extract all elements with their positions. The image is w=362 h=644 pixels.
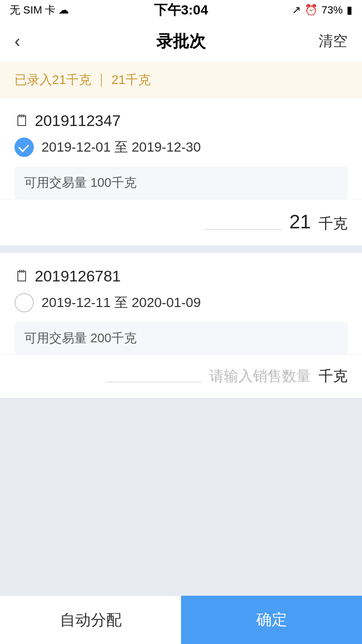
batch2-date-row: 2019-12-11 至 2020-01-09 [14,293,348,312]
info-divider [101,73,102,87]
batch2-id: 2019126781 [35,267,121,285]
status-time: 下午3:04 [154,1,208,19]
batch2-unit: 千克 [319,366,348,386]
empty-space [0,398,362,596]
alarm-icon: ⏰ [305,4,318,16]
back-button[interactable]: ‹ [14,31,20,52]
batch1-amount-underline [205,229,282,230]
batch1-card: 🗒 2019112347 2019-12-01 至 2019-12-30 可用交… [0,98,362,199]
main-content: 已录入21千克 21千克 🗒 2019112347 2019-12-01 至 2… [0,63,362,596]
batch2-qty-input[interactable]: 请输入销售数量 [209,366,311,386]
batch1-date-row: 2019-12-01 至 2019-12-30 [14,138,348,157]
batch1-icon: 🗒 [14,112,30,130]
status-right: ↗ ⏰ 73% ▮ [292,4,352,16]
sim-status: 无 SIM 卡 ☁ [10,3,69,17]
batch1-header: 🗒 2019112347 [14,112,348,130]
confirm-button[interactable]: 确定 [181,596,362,644]
batch2-radio[interactable] [14,293,34,312]
status-left: 无 SIM 卡 ☁ [10,3,69,17]
batch2-input-row: 请输入销售数量 千克 [0,354,362,398]
batch1-amount-row: 21 千克 [0,199,362,245]
page-title: 录批次 [156,30,206,53]
batch2-icon: 🗒 [14,267,30,285]
batch2-date-range: 2019-12-11 至 2020-01-09 [42,294,201,312]
battery-icon: ▮ [347,4,352,16]
qty-value-label: 21千克 [111,71,151,88]
batch1-available-qty: 可用交易量 100千克 [14,167,348,199]
recorded-qty-label: 已录入21千克 [14,71,91,88]
batch2-header: 🗒 2019126781 [14,267,348,285]
batch1-amount-value[interactable]: 21 [290,211,311,233]
section-divider [0,245,362,253]
location-icon: ↗ [292,4,301,16]
auto-distribute-button[interactable]: 自动分配 [0,596,181,644]
batch2-available-qty: 可用交易量 200千克 [14,322,348,354]
batch1-id: 2019112347 [35,112,121,130]
batch1-amount-unit: 千克 [319,214,348,234]
bottom-bar: 自动分配 确定 [0,596,362,644]
batch2-card: 🗒 2019126781 2019-12-11 至 2020-01-09 可用交… [0,253,362,354]
nav-bar: ‹ 录批次 清空 [0,20,362,63]
battery-text: 73% [321,4,343,16]
info-banner: 已录入21千克 21千克 [0,63,362,98]
clear-button[interactable]: 清空 [319,31,348,51]
batch1-date-range: 2019-12-01 至 2019-12-30 [42,138,201,156]
batch1-radio[interactable] [14,138,34,157]
status-bar: 无 SIM 卡 ☁ 下午3:04 ↗ ⏰ 73% ▮ [0,0,362,20]
batch2-input-underline [105,382,202,382]
